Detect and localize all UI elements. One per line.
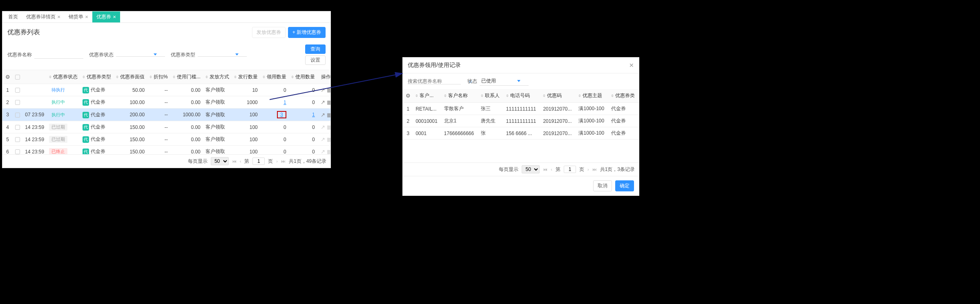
filter-label: 优惠券名称: [7, 51, 32, 58]
col-label: 操作: [321, 74, 330, 80]
checkbox-icon[interactable]: [15, 100, 20, 105]
col-label: 客户名称: [448, 93, 468, 98]
checkbox-icon[interactable]: [15, 125, 20, 130]
ok-button[interactable]: 确定: [615, 180, 634, 191]
per-page-select[interactable]: 50: [522, 165, 540, 173]
row-actions: ↗▦: [317, 133, 330, 146]
table-row[interactable]: 3 07 23:59 执行中 代代金券 200.00 -- 1000.00 客户…: [2, 109, 330, 121]
tab-coupon-detail[interactable]: 优惠券详情页 ✕: [22, 11, 65, 22]
per-page-select[interactable]: 50: [211, 157, 229, 165]
tab-home[interactable]: 首页: [4, 11, 22, 22]
next-page-icon[interactable]: ›: [587, 167, 589, 172]
cancel-button[interactable]: 取消: [593, 180, 612, 191]
row-index: 5: [2, 133, 13, 146]
col-subject[interactable]: 优惠主题: [576, 89, 608, 103]
row-subject: 满1000-100: [576, 103, 608, 115]
button-label: 设置: [310, 57, 320, 63]
col-issued[interactable]: 发行数量: [232, 70, 260, 84]
table-row[interactable]: 1 待执行 代代金券 50.00 -- 0.00 客户领取 10 0 0 ↗▦: [2, 84, 330, 96]
tab-coupon[interactable]: 优惠券 ✕: [92, 11, 120, 22]
coupon-name-input[interactable]: [34, 51, 83, 59]
status-select[interactable]: [116, 53, 165, 57]
table-row[interactable]: 3 0001 17666666666 张 156 6666 ... 201912…: [403, 127, 639, 140]
col-contact[interactable]: 联系人: [478, 89, 504, 103]
row-checkbox[interactable]: [13, 133, 22, 146]
col-discount[interactable]: 折扣%: [147, 70, 170, 84]
row-checkbox[interactable]: [13, 121, 22, 133]
next-page-icon[interactable]: ›: [276, 159, 278, 164]
row-used: 0: [289, 121, 317, 133]
type-badge-icon: 代: [83, 149, 89, 154]
col-method[interactable]: 发放方式: [203, 70, 232, 84]
col-cust-code[interactable]: 客户...: [413, 89, 441, 103]
col-time[interactable]: [22, 70, 47, 84]
table-row[interactable]: 1 RETAIL... 零散客户 张三 11111111111 2019120​…: [403, 103, 639, 115]
col-code[interactable]: 优惠码: [540, 89, 576, 103]
qr-icon[interactable]: ▦: [327, 87, 330, 93]
row-checkbox[interactable]: [13, 146, 22, 155]
close-icon[interactable]: ✕: [85, 15, 88, 19]
last-page-icon[interactable]: ⏭: [592, 167, 597, 172]
prev-page-icon[interactable]: ‹: [240, 159, 241, 164]
table-row[interactable]: 6 14 23:59 已终止 代代金券 150.00 -- 0.00 客户领取 …: [2, 146, 330, 155]
page-input[interactable]: [564, 166, 576, 173]
col-ctype[interactable]: 优惠券类: [609, 89, 639, 103]
claimed-highlight[interactable]: 3: [277, 111, 286, 118]
last-page-icon[interactable]: ⏭: [281, 159, 286, 164]
search-box[interactable]: ⌕: [408, 78, 461, 84]
close-icon[interactable]: ✕: [113, 15, 116, 19]
claimed-link[interactable]: 3: [280, 112, 283, 118]
add-coupon-button[interactable]: + 新增优惠券: [288, 27, 326, 38]
col-checkbox[interactable]: [13, 70, 22, 84]
row-checkbox[interactable]: [13, 84, 22, 96]
modal-footer: 取消 确定: [403, 176, 639, 195]
qr-icon[interactable]: ▦: [327, 112, 330, 118]
first-page-icon[interactable]: ⏮: [543, 167, 547, 172]
row-checkbox[interactable]: [13, 109, 22, 121]
type-select[interactable]: [198, 53, 247, 57]
checkbox-icon[interactable]: [15, 149, 20, 154]
close-icon[interactable]: ✕: [57, 15, 60, 19]
search-button[interactable]: 查询: [305, 44, 326, 54]
tab-sales-order[interactable]: 销货单 ✕: [65, 11, 92, 22]
row-type: 代代金券: [80, 133, 114, 146]
checkbox-icon[interactable]: [15, 88, 20, 93]
per-page-label: 每页显示: [499, 166, 518, 173]
row-method: 客户领取: [203, 109, 232, 121]
row-checkbox[interactable]: [13, 96, 22, 109]
share-icon[interactable]: ↗: [321, 112, 325, 118]
col-value[interactable]: 优惠券面值: [114, 70, 147, 84]
col-gear[interactable]: ⚙: [2, 70, 13, 84]
status-select[interactable]: 已使用: [480, 77, 529, 86]
table-row[interactable]: 2 执行中 代代金券 100.00 -- 0.00 客户领取 1000 1 0 …: [2, 96, 330, 109]
share-icon[interactable]: ↗: [321, 87, 325, 93]
claimed-link[interactable]: 1: [284, 100, 286, 105]
used-link[interactable]: 1: [312, 112, 315, 118]
col-phone[interactable]: 电话号码: [504, 89, 541, 103]
share-icon[interactable]: ↗: [321, 99, 325, 105]
search-input[interactable]: [408, 78, 469, 84]
close-icon[interactable]: ✕: [629, 62, 634, 69]
prev-page-icon[interactable]: ‹: [551, 167, 552, 172]
col-label: 优惠券类型: [87, 74, 111, 80]
distribute-coupon-button[interactable]: 发放优惠券: [252, 27, 286, 38]
table-row[interactable]: 2 00010001 北京1 唐先生 11111111111 2019120​7…: [403, 115, 639, 127]
col-claimed[interactable]: 领用数量: [260, 70, 289, 84]
table-row[interactable]: 5 14 23:59 已过期 代代金券 150.00 -- 0.00 客户领取 …: [2, 133, 330, 146]
row-discount: --: [147, 84, 170, 96]
checkbox-icon[interactable]: [15, 113, 20, 118]
table-row[interactable]: 4 14 23:59 已过期 代代金券 150.00 -- 0.00 客户领取 …: [2, 121, 330, 133]
col-status[interactable]: 优惠券状态: [47, 70, 80, 84]
checkbox-icon[interactable]: [15, 137, 20, 142]
col-type[interactable]: 优惠券类型: [80, 70, 114, 84]
first-page-icon[interactable]: ⏮: [232, 159, 237, 164]
row-value: 100.00: [114, 96, 147, 109]
settings-button[interactable]: 设置: [305, 55, 326, 65]
qr-icon[interactable]: ▦: [327, 99, 330, 105]
checkbox-icon[interactable]: [15, 75, 20, 80]
col-used[interactable]: 使用数量: [289, 70, 317, 84]
col-cust-name[interactable]: 客户名称: [442, 89, 479, 103]
page-input[interactable]: [252, 158, 265, 165]
col-threshold[interactable]: 使用门槛...: [170, 70, 203, 84]
col-gear[interactable]: ⚙: [403, 89, 413, 103]
